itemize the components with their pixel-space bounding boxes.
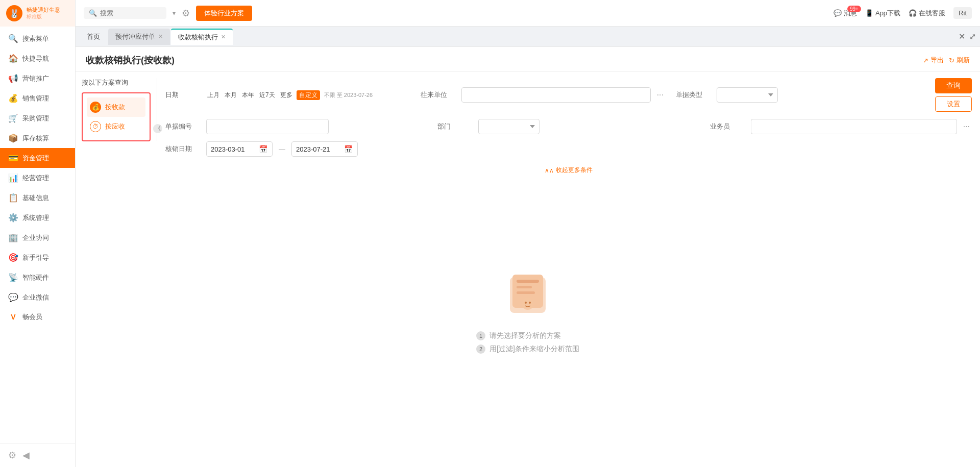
sidebar-item-guide[interactable]: 🎯 新手引导: [0, 248, 75, 267]
verification-date-label: 核销日期: [165, 144, 196, 154]
wechat-icon: 💬: [8, 292, 18, 302]
gear-icon[interactable]: ⚙: [182, 8, 190, 19]
topbar-search-box[interactable]: 🔍: [84, 7, 166, 19]
sidebar-logo: 🐰 畅捷通好生意 标准版: [0, 0, 75, 27]
department-select[interactable]: [478, 119, 540, 134]
finance-icon: 💳: [8, 153, 18, 163]
tab-home[interactable]: 首页: [80, 29, 107, 45]
sidebar-item-system[interactable]: ⚙️ 系统管理: [0, 208, 75, 228]
receipt-icon: 💰: [90, 102, 101, 113]
filter-option-by-receipt[interactable]: 💰 按收款: [87, 97, 145, 117]
page-actions: ↗ 导出 ↻ 刷新: [923, 56, 970, 65]
tabbar-actions: ✕ ⤢: [959, 32, 976, 41]
verification-date-start-wrap: 2023-03-01 📅: [206, 141, 273, 157]
date-hint: 不限 至 2023-07-26: [324, 91, 373, 99]
enterprise-icon: 🏢: [8, 233, 18, 242]
query-actions: 查询 设置: [935, 78, 972, 112]
export-button[interactable]: ↗ 导出: [923, 56, 944, 65]
doc-number-input[interactable]: [206, 119, 329, 134]
settings-button[interactable]: 设置: [935, 96, 972, 112]
date-shortcut-last-month[interactable]: 上月: [206, 90, 220, 100]
date-shortcut-custom[interactable]: 自定义: [297, 90, 320, 100]
sidebar-item-quick-nav[interactable]: 🏠 快捷导航: [0, 48, 75, 68]
collapse-conditions-button[interactable]: ∧∧ 收起更多条件: [165, 164, 972, 179]
svg-rect-4: [517, 291, 535, 294]
purchase-icon: 🛒: [8, 113, 18, 123]
svg-point-6: [525, 302, 527, 304]
counterparty-label: 往来单位: [421, 90, 451, 100]
sidebar-item-basic-info[interactable]: 📋 基础信息: [0, 188, 75, 208]
date-shortcut-last-7[interactable]: 近7天: [258, 90, 276, 100]
sidebar-item-purchase[interactable]: 🛒 采购管理: [0, 108, 75, 128]
filter-options-box: 💰 按收款 ⏱ 按应收: [82, 92, 151, 141]
empty-illustration: [497, 262, 558, 323]
salesperson-input[interactable]: [751, 119, 957, 134]
counterparty-dots-button[interactable]: ···: [655, 88, 666, 102]
verification-date-start-input[interactable]: 2023-03-01: [211, 145, 257, 153]
tab-prepay[interactable]: 预付冲应付单 ✕: [108, 29, 170, 45]
expand-icon[interactable]: ⤢: [969, 32, 976, 41]
empty-tip-1: 1 请先选择要分析的方案: [476, 331, 579, 340]
inventory-icon: 📦: [8, 133, 18, 143]
logo-icon: 🐰: [6, 5, 22, 21]
refresh-icon: ↻: [949, 57, 954, 64]
sidebar-item-enterprise[interactable]: 🏢 企业协同: [0, 228, 75, 248]
message-icon: 💬: [834, 9, 842, 17]
online-service-button[interactable]: 🎧 在线客服: [909, 9, 945, 18]
sidebar-bottom: ⚙ ◀: [0, 443, 75, 467]
app-download-button[interactable]: 📱 App下载: [865, 9, 900, 18]
sidebar-item-hardware[interactable]: 📡 智能硬件: [0, 267, 75, 287]
content-area: 收款核销执行(按收款) ↗ 导出 ↻ 刷新 按以下方案查询: [76, 47, 980, 467]
calendar-end-icon[interactable]: 📅: [344, 145, 353, 153]
query-button[interactable]: 查询: [935, 78, 972, 93]
user-profile-button[interactable]: Rit: [953, 7, 972, 19]
page-header: 收款核销执行(按收款) ↗ 导出 ↻ 刷新: [76, 47, 980, 72]
counterparty-input[interactable]: [461, 87, 651, 103]
verification-date-end-input[interactable]: 2023-07-21: [296, 145, 342, 153]
refresh-button[interactable]: ↻ 刷新: [949, 56, 970, 65]
filter-sidebar-wrap: 按以下方案查询 💰 按收款 ⏱ 按应收 《: [76, 78, 157, 179]
salesperson-dots-button[interactable]: ···: [961, 120, 972, 133]
logo-text: 畅捷通好生意 标准版: [27, 6, 60, 20]
sidebar-item-sales[interactable]: 💰 销售管理: [0, 88, 75, 108]
close-tab-icon[interactable]: ✕: [959, 32, 965, 41]
tab-home-label: 首页: [87, 32, 100, 41]
date-shortcut-this-month[interactable]: 本月: [224, 90, 238, 100]
chevron-down-icon[interactable]: ▾: [173, 10, 176, 17]
messages-badge: 99+: [847, 6, 861, 12]
tab-receipt-close-icon[interactable]: ✕: [221, 34, 226, 40]
marketing-icon: 📢: [8, 73, 18, 83]
tab-prepay-close-icon[interactable]: ✕: [158, 33, 163, 40]
salesperson-label: 业务员: [710, 122, 741, 131]
tab-receipt-offset[interactable]: 收款核销执行 ✕: [171, 29, 233, 45]
filter-row-1: 日期 上月 本月 本年 近7天 更多 自定义 不限 至 2023-07-26 往…: [165, 78, 972, 112]
sidebar-item-inventory[interactable]: 📦 库存核算: [0, 128, 75, 148]
settings-icon[interactable]: ⚙: [8, 450, 16, 461]
sidebar-item-marketing[interactable]: 📢 营销推广: [0, 68, 75, 88]
filter-option-by-payable[interactable]: ⏱ 按应收: [87, 117, 145, 136]
search-input[interactable]: [100, 9, 161, 17]
messages-button[interactable]: 💬 消息 99+: [834, 9, 857, 18]
payable-icon: ⏱: [90, 121, 101, 132]
phone-icon: 📱: [865, 9, 873, 17]
date-shortcut-more[interactable]: 更多: [279, 90, 293, 100]
sidebar-item-member[interactable]: V 畅会员: [0, 307, 75, 327]
filter-area: 按以下方案查询 💰 按收款 ⏱ 按应收 《: [76, 72, 980, 179]
verification-date-end-wrap: 2023-07-21 📅: [291, 141, 358, 157]
date-field: 上月 本月 本年 近7天 更多 自定义 不限 至 2023-07-26: [206, 90, 410, 100]
sidebar-item-search[interactable]: 🔍 搜索菜单: [0, 29, 75, 48]
doc-number-label: 单据编号: [165, 122, 196, 131]
sidebar-item-operation[interactable]: 📊 经营管理: [0, 168, 75, 188]
tab-prepay-label: 预付冲应付单: [115, 32, 155, 41]
doc-type-select[interactable]: [717, 87, 778, 103]
sales-icon: 💰: [8, 93, 18, 103]
home-icon: 🏠: [8, 54, 18, 63]
sidebar-item-wechat[interactable]: 💬 企业微信: [0, 287, 75, 307]
collapse-sidebar-button[interactable]: ◀: [22, 450, 30, 461]
sidebar-item-finance[interactable]: 💳 资金管理: [0, 148, 75, 168]
calendar-start-icon[interactable]: 📅: [259, 145, 267, 153]
filter-sidebar-collapse-button[interactable]: 《: [153, 124, 162, 133]
date-shortcut-this-year[interactable]: 本年: [241, 90, 255, 100]
solution-button[interactable]: 体验行业方案: [196, 6, 252, 21]
main-area: 🔍 ▾ ⚙ 体验行业方案 💬 消息 99+ 📱 App下载 🎧 在线客服 Rit: [76, 0, 980, 467]
